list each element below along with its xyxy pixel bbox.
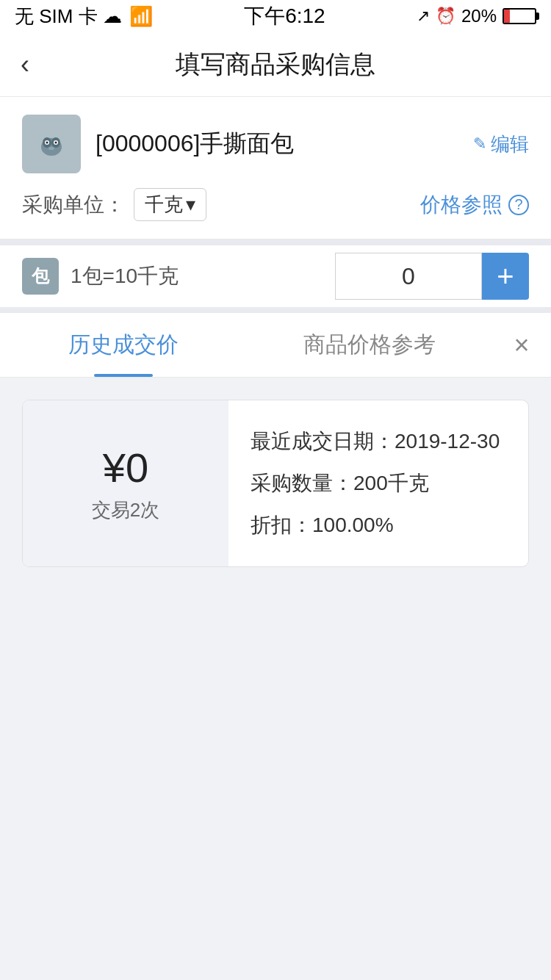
- discount-row: 折扣：100.00%: [251, 511, 506, 539]
- quantity-input[interactable]: [335, 253, 482, 300]
- recent-date-value: 2019-12-30: [395, 430, 500, 453]
- svg-point-6: [55, 142, 57, 144]
- discount-value: 100.00%: [312, 514, 394, 536]
- price-value: 0: [126, 444, 148, 491]
- unit-value: 千克: [145, 192, 183, 217]
- status-right: ↗ ⏰ 20%: [417, 6, 536, 26]
- price-left-panel: ¥0 交易2次: [23, 400, 228, 566]
- purchase-qty-label: 采购数量：: [251, 472, 353, 494]
- price-card: ¥0 交易2次 最近成交日期：2019-12-30 采购数量：200千克 折扣：…: [22, 400, 529, 567]
- tab-product-price-ref[interactable]: 商品价格参考: [246, 313, 492, 377]
- product-thumbnail: [22, 115, 81, 173]
- purchase-qty-row: 采购数量：200千克: [251, 469, 506, 497]
- quantity-input-group: +: [335, 253, 529, 300]
- status-time: 下午6:12: [244, 2, 325, 30]
- product-card: [0000006]手撕面包 ✎ 编辑 采购单位： 千克 ▾ 价格参照 ?: [0, 97, 551, 239]
- edit-label: 编辑: [491, 131, 529, 157]
- gps-icon: ↗: [417, 7, 430, 26]
- svg-point-7: [48, 147, 54, 150]
- unit-row: 采购单位： 千克 ▾: [22, 188, 206, 221]
- product-bottom-row: 采购单位： 千克 ▾ 价格参照 ?: [22, 188, 529, 221]
- back-button[interactable]: ‹: [21, 49, 29, 80]
- dropdown-arrow-icon: ▾: [186, 193, 195, 216]
- price-ref-label: 价格参照: [420, 191, 503, 219]
- currency-symbol: ¥: [103, 444, 126, 491]
- recent-date-row: 最近成交日期：2019-12-30: [251, 427, 506, 455]
- unit-equality-label: 1包=10千克: [71, 262, 179, 290]
- edit-icon: ✎: [473, 134, 486, 154]
- price-content: ¥0 交易2次 最近成交日期：2019-12-30 采购数量：200千克 折扣：…: [0, 378, 551, 589]
- wifi-icon: 📶: [129, 5, 153, 28]
- question-icon: ?: [508, 195, 529, 215]
- unit-label: 采购单位：: [22, 191, 125, 219]
- battery-percent: 20%: [461, 6, 497, 26]
- price-amount: ¥0: [103, 444, 148, 491]
- quantity-row: 包 1包=10千克 +: [0, 239, 551, 313]
- purchase-qty-value: 200千克: [353, 472, 429, 494]
- product-top-row: [0000006]手撕面包 ✎ 编辑: [22, 115, 529, 173]
- recent-date-label: 最近成交日期：: [251, 430, 395, 453]
- price-reference-button[interactable]: 价格参照 ?: [420, 191, 529, 219]
- product-name: [0000006]手撕面包: [96, 128, 294, 160]
- battery-icon: [503, 8, 536, 24]
- quantity-unit-info: 包 1包=10千克: [22, 258, 179, 295]
- edit-button[interactable]: ✎ 编辑: [473, 131, 529, 157]
- tab-bar: 历史成交价 商品价格参考 ×: [0, 313, 551, 378]
- price-transactions: 交易2次: [92, 497, 159, 523]
- tab-history-price[interactable]: 历史成交价: [0, 313, 246, 377]
- header: ‹ 填写商品采购信息: [0, 32, 551, 97]
- status-bar: 无 SIM 卡 ☁ 📶 下午6:12 ↗ ⏰ 20%: [0, 0, 551, 32]
- unit-dropdown[interactable]: 千克 ▾: [134, 188, 206, 221]
- tab-product-price-ref-label: 商品价格参考: [303, 330, 436, 360]
- unit-icon: 包: [22, 258, 59, 295]
- alarm-icon: ⏰: [436, 7, 455, 26]
- price-right-panel: 最近成交日期：2019-12-30 采购数量：200千克 折扣：100.00%: [228, 400, 528, 566]
- quantity-plus-button[interactable]: +: [482, 253, 529, 300]
- status-left: 无 SIM 卡 ☁ 📶: [15, 4, 153, 29]
- product-info: [0000006]手撕面包: [22, 115, 294, 173]
- discount-label: 折扣：: [251, 514, 312, 536]
- sim-status: 无 SIM 卡 ☁: [15, 4, 122, 29]
- page-empty-area: [0, 589, 551, 956]
- tab-history-price-label: 历史成交价: [68, 330, 179, 360]
- page-title: 填写商品采购信息: [176, 48, 375, 82]
- tab-close-button[interactable]: ×: [492, 313, 551, 377]
- svg-point-5: [46, 142, 48, 144]
